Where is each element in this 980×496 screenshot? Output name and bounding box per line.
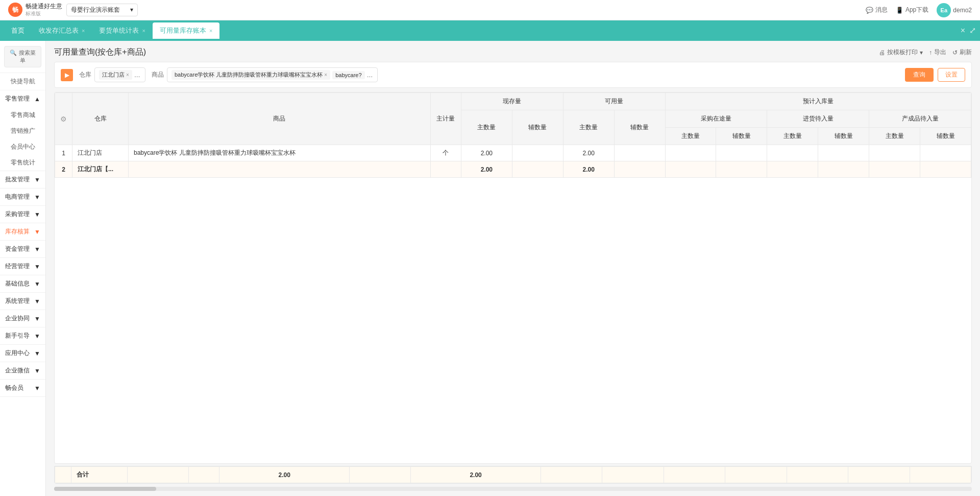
brand-logo: 畅 畅捷通好生意 标准版	[8, 3, 62, 17]
purchase-transit-sub-header: 辅数量	[716, 128, 767, 145]
tab-available-inventory[interactable]: 可用量库存账本 ×	[153, 22, 219, 39]
current-sub-2	[512, 161, 563, 178]
purchase-transit-header: 采购在途量	[665, 110, 767, 128]
sidebar-section-system-header[interactable]: 系统管理 ▼	[0, 293, 45, 310]
product-input[interactable]: babycare学饮杯 儿童防摔防撞吸管杯重力球吸嘴杯宝宝水杯 × babyca…	[167, 67, 378, 82]
sidebar-section-guide-header[interactable]: 新手引导 ▼	[0, 327, 45, 344]
current-stock-group-header: 现存量	[461, 93, 563, 110]
sidebar-section-apps-header[interactable]: 应用中心 ▼	[0, 345, 45, 362]
current-sub-1	[512, 145, 563, 161]
refresh-button[interactable]: ↺ 刷新	[952, 48, 972, 57]
horizontal-scrollbar[interactable]	[54, 486, 972, 492]
query-button[interactable]: 查询	[905, 68, 934, 82]
sidebar-section-finance-header[interactable]: 资金管理 ▼	[0, 241, 45, 257]
avail-main-2: 2.00	[563, 161, 614, 178]
chevron-down-icon: ▾	[920, 49, 923, 56]
export-button[interactable]: ↑ 导出	[929, 48, 946, 57]
sidebar-section-collab-header[interactable]: 企业协同 ▼	[0, 310, 45, 327]
chevron-down-icon: ▾	[130, 6, 133, 13]
product-more[interactable]: …	[367, 72, 373, 79]
footer-avail-main: 2.00	[411, 467, 541, 483]
sidebar-section-purchase-header[interactable]: 采购管理 ▼	[0, 206, 45, 223]
top-bar-left: 畅 畅捷通好生意 标准版 母婴行业演示账套 ▾	[8, 3, 138, 17]
avail-sub-qty-header: 辅数量	[614, 110, 665, 145]
product-tag-1-close[interactable]: ×	[324, 72, 327, 78]
purchase-transit-main-header: 主数量	[665, 128, 716, 145]
pur-arriving-sub-1	[818, 145, 869, 161]
home-label: 首页	[11, 26, 24, 35]
brand-name: 畅捷通好生意	[26, 3, 62, 10]
user-profile[interactable]: Ea demo2	[937, 3, 972, 17]
prod-arriving-main-2	[869, 161, 920, 178]
close-all-button[interactable]: ×	[961, 27, 965, 35]
sidebar-item-retail-stats[interactable]: 零售统计	[0, 155, 45, 171]
settings-col-header[interactable]: ⚙	[55, 93, 72, 145]
warehouse-more[interactable]: …	[134, 72, 140, 79]
pur-transit-sub-1	[716, 145, 767, 161]
warehouse-tag-text: 江北门店	[102, 71, 125, 79]
sidebar-section-ecommerce-header[interactable]: 电商管理 ▼	[0, 188, 45, 205]
available-group-header: 可用量	[563, 93, 665, 110]
footer-label: 合计	[71, 467, 128, 483]
maximize-button[interactable]: ⤢	[969, 27, 976, 35]
chevron-down-icon: ▼	[34, 298, 40, 305]
top-bar: 畅 畅捷通好生意 标准版 母婴行业演示账套 ▾ 💬 消息 📱 App下载 Ea …	[0, 0, 980, 20]
tab-available-close[interactable]: ×	[209, 28, 212, 34]
table-row-subtotal: 2 江北门店【... 2.00 2.00	[55, 161, 971, 178]
warehouse-input[interactable]: 江北门店 × …	[94, 67, 145, 82]
print-label: 按模板打印	[887, 48, 918, 57]
tab-order-label: 要货单统计表	[99, 26, 139, 35]
sidebar-section-basic-header[interactable]: 基础信息 ▼	[0, 275, 45, 292]
sidebar-section-wholesale-header[interactable]: 批发管理 ▼	[0, 171, 45, 188]
industry-selector[interactable]: 母婴行业演示账套 ▾	[66, 4, 138, 16]
chevron-down-icon: ▼	[34, 315, 40, 322]
sidebar-section-member-header[interactable]: 畅会员 ▼	[0, 380, 45, 396]
unit-cell-1: 个	[430, 145, 461, 161]
tab-order-stats[interactable]: 要货单统计表 ×	[92, 22, 152, 39]
search-menu-button[interactable]: 🔍 搜索菜单	[4, 46, 41, 67]
footer-prod-arriving-sub	[910, 467, 971, 483]
brand-sub: 标准版	[26, 10, 62, 17]
sidebar-section-wechat-header[interactable]: 企业微信 ▼	[0, 362, 45, 379]
sidebar-section-operations-header[interactable]: 经营管理 ▼	[0, 258, 45, 275]
footer-pur-arriving-main	[725, 467, 787, 483]
footer-product-empty	[128, 467, 189, 483]
settings-button[interactable]: 设置	[938, 68, 965, 82]
content-area: 可用量查询(按仓库+商品) 🖨 按模板打印 ▾ ↑ 导出 ↺ 刷新 ▶	[46, 41, 980, 496]
nav-tabs: 首页 收发存汇总表 × 要货单统计表 × 可用量库存账本 × × ⤢	[0, 20, 980, 41]
download-icon: 📱	[896, 7, 903, 14]
page-actions: 🖨 按模板打印 ▾ ↑ 导出 ↺ 刷新	[879, 48, 972, 57]
sidebar-item-quick-nav[interactable]: 快捷导航	[0, 73, 45, 90]
download-button[interactable]: 📱 App下载	[896, 6, 928, 14]
print-button[interactable]: 🖨 按模板打印 ▾	[879, 48, 923, 57]
scrollbar-thumb[interactable]	[54, 487, 156, 491]
warehouse-tag-close[interactable]: ×	[126, 72, 129, 78]
chevron-down-icon: ▼	[34, 176, 40, 183]
sidebar-item-retail-mall[interactable]: 零售商城	[0, 107, 45, 123]
footer-pur-transit-main	[602, 467, 664, 483]
sidebar-section-collab: 企业协同 ▼	[0, 310, 45, 327]
tab-order-close[interactable]: ×	[142, 28, 145, 34]
sidebar-section-retail-header[interactable]: 零售管理 ▲	[0, 90, 45, 107]
product-cell-1: babycare学饮杯 儿童防摔防撞吸管杯重力球吸嘴杯宝宝水杯	[129, 145, 431, 161]
sidebar-item-members[interactable]: 会员中心	[0, 139, 45, 155]
page-header: 可用量查询(按仓库+商品) 🖨 按模板打印 ▾ ↑ 导出 ↺ 刷新	[46, 41, 980, 62]
warehouse-cell-1: 江北门店	[72, 145, 129, 161]
avail-main-qty-header: 主数量	[563, 110, 614, 145]
tab-receivable-close[interactable]: ×	[82, 28, 85, 34]
tab-home[interactable]: 首页	[4, 22, 32, 39]
brand-icon: 畅	[8, 3, 22, 17]
product-tag-1: babycare学饮杯 儿童防摔防撞吸管杯重力球吸嘴杯宝宝水杯 ×	[172, 70, 330, 80]
chevron-down-icon: ▼	[34, 280, 40, 288]
sidebar-section-system: 系统管理 ▼	[0, 293, 45, 310]
filter-toggle-button[interactable]: ▶	[61, 69, 73, 81]
tab-receivable-summary[interactable]: 收发存汇总表 ×	[32, 22, 92, 39]
table-footer: 合计 2.00 2.00	[54, 466, 972, 484]
sidebar: 🔍 搜索菜单 快捷导航 零售管理 ▲ 零售商城 营销推广 会员中心 零售统计 批…	[0, 41, 46, 496]
sidebar-item-marketing[interactable]: 营销推广	[0, 123, 45, 139]
message-button[interactable]: 💬 消息	[866, 6, 888, 14]
purchase-arriving-main-header: 主数量	[767, 128, 818, 145]
filter-bar: ▶ 仓库 江北门店 × … 商品 babycare学饮杯 儿童防摔防撞吸管杯重力…	[54, 62, 972, 88]
sidebar-section-inventory-header[interactable]: 库存核算 ▼	[0, 223, 45, 240]
unit-col-header: 主计量	[430, 93, 461, 145]
